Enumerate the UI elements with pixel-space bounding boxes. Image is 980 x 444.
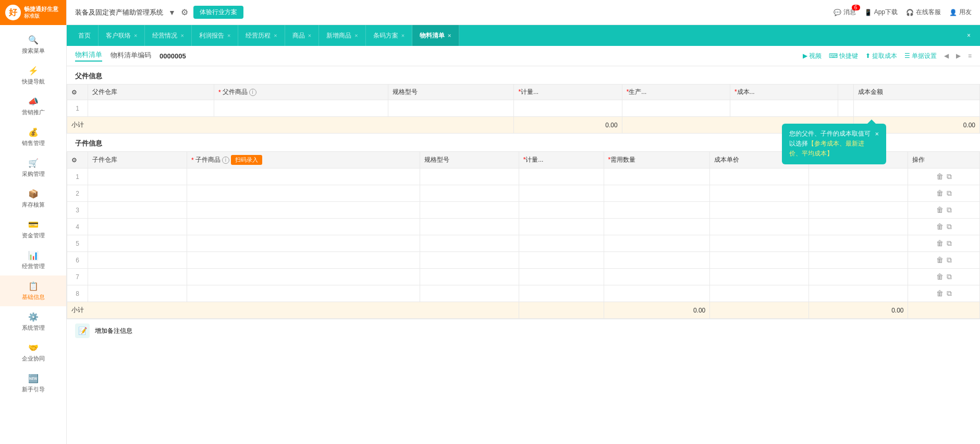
parent-col-settings[interactable]: ⚙ — [67, 85, 88, 100]
sidebar-item-system[interactable]: ⚙️ 系统管理 — [0, 306, 66, 337]
copy-row5-btn[interactable]: ⧉ — [947, 239, 952, 248]
copy-row8-btn[interactable]: ⧉ — [947, 289, 952, 298]
logo-icon: 好 — [5, 5, 21, 20]
tab-operations[interactable]: 经营情况 × — [145, 25, 191, 46]
sidebar-menu: 🔍 搜索菜单 ⚡ 快捷导航 📣 营销推广 💰 销售管理 🛒 采购管理 📦 库存核… — [0, 25, 66, 444]
scan-input-btn[interactable]: 扫码录入 — [231, 155, 262, 165]
sidebar-item-sales[interactable]: 💰 销售管理 — [0, 122, 66, 152]
sidebar-item-collab[interactable]: 🤝 企业协同 — [0, 337, 66, 368]
extract-cost-btn[interactable]: ⬆ 提取成本 — [865, 52, 897, 61]
online-service-button[interactable]: 🎧 在线客服 — [906, 8, 941, 17]
sidebar-search-label: 搜索菜单 — [22, 47, 45, 55]
parent-subtotal-label: 小计 — [67, 117, 514, 134]
settings-icon[interactable]: ⚙ — [181, 7, 188, 17]
tab-bom-close[interactable]: × — [448, 32, 451, 39]
parent-product-info-icon[interactable]: i — [249, 89, 256, 96]
child-row1-product[interactable] — [187, 169, 420, 185]
sidebar-item-marketing[interactable]: 📣 营销推广 — [0, 91, 66, 122]
sidebar-item-operations[interactable]: 📊 经营管理 — [0, 245, 66, 275]
tab-bom[interactable]: 物料清单 × — [412, 25, 459, 46]
copy-row7-btn[interactable]: ⧉ — [947, 272, 952, 281]
service-icon: 🎧 — [906, 9, 914, 16]
shortcut-btn[interactable]: ⌨ 快捷键 — [829, 52, 858, 61]
parent-row-unit[interactable] — [514, 100, 622, 117]
sidebar-item-quicknav[interactable]: ⚡ 快捷导航 — [0, 60, 66, 91]
sidebar-item-search[interactable]: 🔍 搜索菜单 — [0, 29, 66, 60]
nav-prev-btn[interactable]: ◀ — [944, 52, 949, 59]
child-row1-unit[interactable] — [519, 169, 604, 185]
parent-row-warehouse[interactable] — [88, 100, 214, 117]
tab-operations-close[interactable]: × — [180, 32, 183, 39]
single-settings-btn[interactable]: ☰ 单据设置 — [904, 52, 937, 61]
parent-row-cost[interactable] — [730, 100, 838, 117]
try-button[interactable]: 体验行业方案 — [193, 6, 243, 19]
delete-row5-btn[interactable]: 🗑 — [936, 239, 944, 248]
tab-customers-close[interactable]: × — [134, 32, 137, 39]
sidebar-item-purchase[interactable]: 🛒 采购管理 — [0, 152, 66, 183]
parent-row-product[interactable] — [214, 100, 388, 117]
child-row1-warehouse[interactable] — [88, 169, 187, 185]
copy-row3-btn[interactable]: ⧉ — [947, 206, 952, 214]
sidebar-item-guide[interactable]: 🆕 新手引导 — [0, 368, 66, 399]
parent-col-unit: *计量... — [514, 85, 622, 100]
child-product-info-icon[interactable]: i — [222, 157, 229, 164]
add-note-icon[interactable]: 📝 — [75, 323, 90, 338]
child-col-settings[interactable]: ⚙ — [67, 152, 88, 169]
delete-row1-btn[interactable]: 🗑 — [936, 172, 944, 181]
table-row: 3 🗑⧉ — [67, 202, 980, 219]
app-download-button[interactable]: 📱 App下载 — [864, 8, 898, 17]
copy-row1-btn[interactable]: ⧉ — [947, 172, 952, 181]
delete-row7-btn[interactable]: 🗑 — [936, 272, 944, 281]
tooltip-close-btn[interactable]: × — [875, 129, 879, 140]
tooltip-box: × 您的父件、子件的成本取值可以选择【参考成本、最新进价、平均成本】 — [782, 124, 886, 164]
delete-row2-btn[interactable]: 🗑 — [936, 189, 944, 198]
child-row1-unit-cost[interactable] — [710, 169, 809, 185]
child-row1-qty[interactable] — [604, 169, 710, 185]
delete-row8-btn[interactable]: 🗑 — [936, 289, 944, 298]
tab-barcode[interactable]: 条码方案 × — [366, 25, 412, 46]
tab-customers[interactable]: 客户联络 × — [99, 25, 145, 46]
copy-row2-btn[interactable]: ⧉ — [947, 189, 952, 198]
header-left: 装备及固定资产辅助管理系统 ▼ ⚙ 体验行业方案 — [75, 6, 243, 19]
tab-new-goods-close[interactable]: × — [354, 32, 358, 39]
tab-profit-close[interactable]: × — [227, 32, 230, 39]
child-col-unit: *计量... — [519, 152, 604, 169]
user-menu-button[interactable]: 👤 用友 — [949, 8, 972, 17]
table-row: 7 🗑⧉ — [67, 269, 980, 285]
system-icon: ⚙️ — [28, 311, 39, 322]
tab-profit[interactable]: 利润报告 × — [192, 25, 238, 46]
parent-row-sort — [838, 100, 854, 117]
tab-barcode-close[interactable]: × — [401, 32, 405, 39]
tab-goods-close[interactable]: × — [308, 32, 311, 39]
system-dropdown-icon[interactable]: ▼ — [168, 8, 176, 17]
sidebar-item-finance[interactable]: 💳 资金管理 — [0, 214, 66, 245]
sub-tab-bom[interactable]: 物料清单 — [75, 50, 102, 62]
parent-row-spec[interactable] — [388, 100, 514, 117]
nav-next-btn[interactable]: ▶ — [956, 52, 961, 59]
parent-subtotal-unit: 0.00 — [514, 117, 622, 134]
nav-menu-btn[interactable]: ≡ — [968, 52, 972, 59]
delete-row6-btn[interactable]: 🗑 — [936, 256, 944, 265]
sidebar-marketing-label: 营销推广 — [22, 109, 45, 116]
child-row1-spec[interactable] — [420, 169, 519, 185]
copy-row4-btn[interactable]: ⧉ — [947, 222, 952, 231]
tab-home[interactable]: 首页 — [71, 25, 99, 46]
add-note-label[interactable]: 增加备注信息 — [95, 327, 132, 335]
sidebar-collab-label: 企业协同 — [22, 355, 45, 363]
tab-new-goods[interactable]: 新增商品 × — [319, 25, 365, 46]
tab-history[interactable]: 经营历程 × — [238, 25, 285, 46]
doc-code-value: 0000005 — [160, 52, 186, 60]
delete-row4-btn[interactable]: 🗑 — [936, 222, 944, 231]
sidebar-item-basic[interactable]: 📋 基础信息 — [0, 275, 66, 306]
copy-row6-btn[interactable]: ⧉ — [947, 256, 952, 265]
video-btn[interactable]: ▶ 视频 — [803, 52, 822, 61]
tab-history-close[interactable]: × — [274, 32, 277, 39]
sidebar-item-inventory[interactable]: 📦 库存核算 — [0, 183, 66, 214]
message-icon: 💬 — [834, 9, 841, 16]
tab-goods[interactable]: 商品 × — [285, 25, 319, 46]
message-button[interactable]: 💬 消息 6 — [834, 8, 856, 17]
parent-row-production[interactable] — [622, 100, 730, 117]
bottom-bar: 📝 增加备注信息 — [67, 319, 980, 342]
delete-row3-btn[interactable]: 🗑 — [936, 206, 944, 214]
close-all-tabs[interactable]: × — [962, 32, 976, 39]
